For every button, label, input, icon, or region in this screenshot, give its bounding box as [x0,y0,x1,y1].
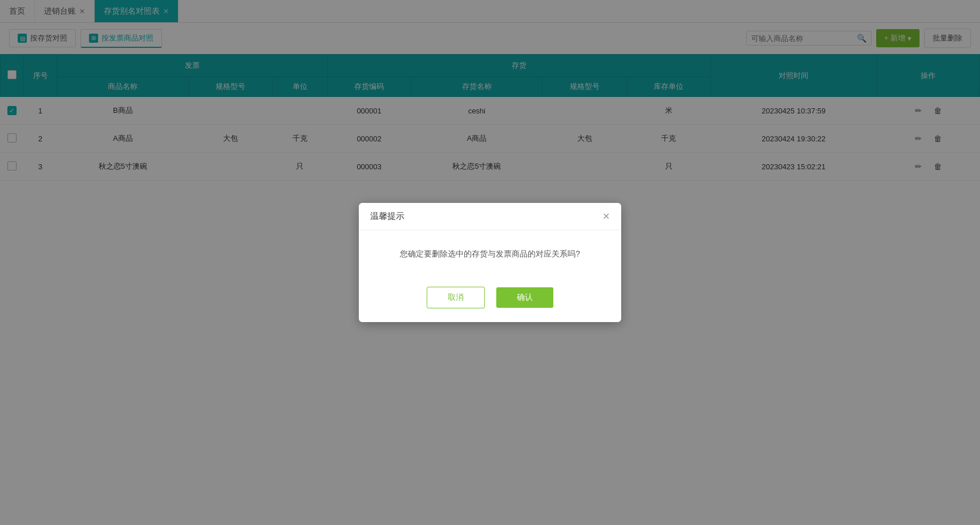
dialog-title: 温馨提示 [370,211,404,222]
dialog-close-button[interactable]: ✕ [602,211,610,222]
dialog-footer: 取消 确认 [359,278,621,322]
overlay: 温馨提示 ✕ 您确定要删除选中的存货与发票商品的对应关系吗? 取消 确认 [0,0,980,525]
dialog: 温馨提示 ✕ 您确定要删除选中的存货与发票商品的对应关系吗? 取消 确认 [359,203,621,321]
dialog-message: 您确定要删除选中的存货与发票商品的对应关系吗? [400,249,580,258]
dialog-body: 您确定要删除选中的存货与发票商品的对应关系吗? [359,230,621,277]
dialog-confirm-button[interactable]: 确认 [496,287,553,308]
dialog-header: 温馨提示 ✕ [359,203,621,230]
dialog-cancel-button[interactable]: 取消 [427,287,485,308]
